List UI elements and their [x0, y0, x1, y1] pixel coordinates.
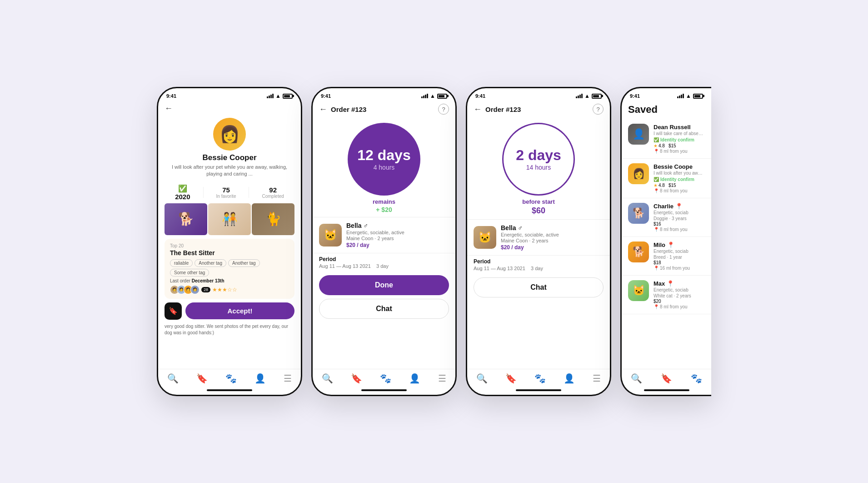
verified-icon: ✅ — [178, 184, 187, 193]
phone2-content: ← Order #123 ? 12 days 4 hours remains +… — [313, 101, 455, 369]
nav-pets-2[interactable]: 🐾 — [380, 373, 391, 384]
time-4: 9:41 — [630, 93, 640, 99]
phone-1-profile: 9:41 ▲ ← 👩 Bessie Cooper — [157, 87, 302, 396]
back-button-3[interactable]: ← — [474, 105, 482, 114]
wifi-icon-2: ▲ — [430, 93, 435, 99]
pet-card-2: 🐱 Bella ♂ Energetic, sociable, active Ma… — [313, 217, 455, 253]
nav-search-3[interactable]: 🔍 — [476, 373, 488, 384]
rating-milo: $18 — [653, 260, 705, 265]
chat-button-2[interactable]: Chat — [319, 299, 449, 319]
saved-item-milo[interactable]: 🐕 Milo 📍 Energetic, sociab Breed · 1 yea… — [622, 237, 711, 276]
period-section-2: Period Aug 11 — Aug 13 2021 3 day — [313, 253, 455, 272]
timer-days-3: 2 days — [516, 147, 561, 163]
accept-button[interactable]: Accept! — [185, 302, 294, 319]
pet-info-3: Bella ♂ Energetic, sociable, active Main… — [501, 224, 604, 251]
mini-avatar-4: 🧑 — [190, 285, 200, 294]
home-indicator-1 — [158, 386, 301, 395]
photo-1: 🐕 — [165, 203, 207, 235]
wifi-icon-3: ▲ — [584, 93, 590, 99]
saved-title: Saved — [628, 104, 705, 116]
star-icon-bessie: ★ — [653, 183, 658, 188]
bio-dean: I will take care of absence! — [653, 131, 705, 136]
nav-pets-1[interactable]: 🐾 — [225, 373, 237, 384]
photo-2: 🧑‍🤝‍🧑 — [208, 203, 251, 235]
location-charlie: 📍 8 ml from you — [653, 227, 705, 232]
nav-pets-4[interactable]: 🐾 — [691, 373, 702, 384]
name-max: Max 📍 — [653, 280, 705, 287]
done-button[interactable]: Done — [319, 275, 449, 295]
saved-item-max[interactable]: 🐱 Max 📍 Energetic, sociab White cat · 2 … — [622, 276, 711, 314]
nav-menu-1[interactable]: ☰ — [284, 373, 292, 384]
remains-text: remains — [313, 198, 455, 205]
nav-profile-2[interactable]: 👤 — [409, 373, 420, 384]
nav-bookmark-4[interactable]: 🔖 — [661, 373, 672, 384]
nav-menu-2[interactable]: ☰ — [438, 373, 446, 384]
completed-count: 92 — [269, 186, 277, 194]
identity-bessie: ✅ Identity confirm — [653, 177, 705, 182]
pet-photo-3: 🐱 — [474, 226, 496, 249]
nav-profile-1[interactable]: 👤 — [254, 373, 266, 384]
period-dates-2: Aug 11 — Aug 13 2021 3 day — [319, 263, 449, 269]
nav-profile-3[interactable]: 👤 — [564, 373, 575, 384]
phone-3-order: 9:41 ▲ ← Order #123 ? — [466, 87, 611, 396]
help-icon-2[interactable]: ? — [438, 104, 449, 115]
timer-container-3: 2 days 14 hours — [467, 118, 610, 198]
battery-icon-2 — [437, 94, 447, 99]
timer-circle-filled: 12 days 4 hours — [348, 123, 420, 196]
pet-breed-2: Maine Coon · 2 years — [346, 236, 449, 241]
name-milo: Milo 📍 — [653, 241, 705, 248]
pet-desc-2: Energetic, sociable, active — [346, 230, 449, 235]
nav-menu-3[interactable]: ☰ — [593, 373, 601, 384]
stat-verified: ✅ 2020 — [175, 184, 190, 201]
pet-breed-3: Maine Coon · 2 years — [501, 238, 604, 243]
photo-person-3: 🐈 — [252, 203, 294, 235]
order-header-left-3: ← Order #123 — [474, 105, 521, 114]
info-milo: Milo 📍 Energetic, sociab Breed · 1 year … — [653, 241, 705, 271]
rating-max: $20 — [653, 299, 705, 304]
location-icon-bessie: 📍 — [653, 188, 659, 193]
help-icon-3[interactable]: ? — [593, 104, 604, 115]
breed-max: White cat · 2 years — [653, 293, 705, 299]
phones-container: 9:41 ▲ ← 👩 Bessie Cooper — [148, 69, 720, 414]
pet-price-3: $20 / day — [501, 244, 604, 251]
saved-item-charlie[interactable]: 🐕 Charlie 📍 Energetic, sociab Doggie · 3… — [622, 198, 711, 237]
stat-completed: 92 Completed — [262, 186, 284, 199]
timer-hours-2: 4 hours — [374, 164, 395, 171]
name-dean: Dean Russell — [653, 124, 705, 131]
back-button[interactable]: ← — [165, 104, 173, 113]
photo-person-1: 🐕 — [165, 203, 207, 235]
saved-item-dean[interactable]: 👤 Dean Russell I will take care of absen… — [622, 119, 711, 159]
location-dean: 📍 8 ml from you — [653, 149, 705, 154]
profile-avatar: 👩 — [213, 118, 246, 151]
distance-dean: 8 ml from you — [660, 149, 688, 154]
saved-header: Saved — [622, 101, 711, 119]
location-icon-max: 📍 — [653, 304, 659, 309]
nav-search-4[interactable]: 🔍 — [631, 373, 642, 384]
chat-button-3[interactable]: Chat — [474, 277, 604, 297]
checkmark-icon-bessie: ✅ — [653, 177, 659, 182]
tag-other: Some other tag — [170, 269, 209, 277]
nav-search-1[interactable]: 🔍 — [167, 373, 179, 384]
nav-bookmark-3[interactable]: 🔖 — [505, 373, 517, 384]
pet-info-2: Bella ♂ Energetic, sociable, active Main… — [346, 222, 449, 248]
location-milo: 📍 16 ml from you — [653, 266, 705, 271]
rating-stars: ★★★☆☆ — [212, 287, 237, 293]
order-header-3: ← Order #123 ? — [467, 101, 610, 118]
stat-year: 2020 — [175, 193, 190, 201]
nav-bookmark-1[interactable]: 🔖 — [196, 373, 208, 384]
nav-pets-3[interactable]: 🐾 — [534, 373, 546, 384]
bookmark-button[interactable]: 🔖 — [165, 302, 182, 320]
back-button-2[interactable]: ← — [319, 105, 327, 114]
saved-item-bessie[interactable]: 👩 Bessie Coope I will look after you awa… — [622, 159, 711, 198]
last-order: Last order December 13th — [170, 278, 289, 283]
nav-search-2[interactable]: 🔍 — [322, 373, 333, 384]
rating-bessie: ★ 4.8 $15 — [653, 183, 705, 188]
name-charlie: Charlie 📍 — [653, 203, 705, 210]
bio-max: Energetic, sociab — [653, 287, 705, 293]
timer-container-2: 12 days 4 hours — [313, 118, 455, 198]
nav-bookmark-2[interactable]: 🔖 — [351, 373, 362, 384]
rating-charlie: $16 — [653, 221, 705, 226]
info-dean: Dean Russell I will take care of absence… — [653, 124, 705, 154]
time-2: 9:41 — [321, 93, 331, 99]
favorites-label: In favorite — [216, 194, 236, 199]
